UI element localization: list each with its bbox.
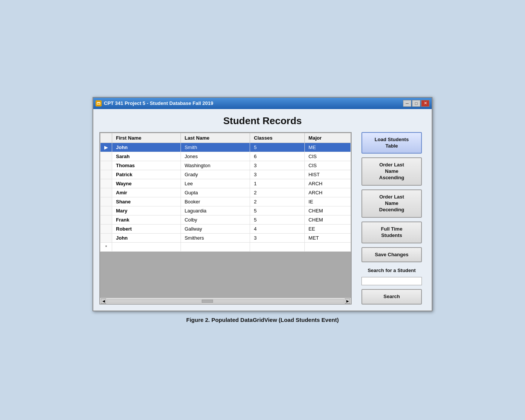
table-row[interactable]: SarahJones6CIS xyxy=(100,152,351,161)
table-row[interactable]: JohnSmithers3MET xyxy=(100,233,351,242)
row-indicator xyxy=(100,152,112,161)
row-indicator xyxy=(100,188,112,197)
cell-first-name: Sarah xyxy=(112,152,181,161)
search-input[interactable] xyxy=(361,277,422,285)
new-row-cell xyxy=(304,242,351,251)
cell-first-name: John xyxy=(112,143,181,152)
table-row[interactable]: AmirGupta2ARCH xyxy=(100,188,351,197)
cell-major: MET xyxy=(304,233,351,242)
cell-major: ARCH xyxy=(304,179,351,188)
application-window: 🗃 CPT 341 Project 5 - Student Database F… xyxy=(93,97,432,312)
new-row-cell xyxy=(250,242,305,251)
figure-caption: Figure 2. Populated DataGridView (Load S… xyxy=(186,317,339,323)
cell-classes: 2 xyxy=(250,188,305,197)
cell-last-name: Lee xyxy=(181,179,250,188)
new-row-indicator: * xyxy=(100,242,112,251)
table-row[interactable]: MaryLaguardia5CHEM xyxy=(100,206,351,215)
sidebar: Load StudentsTable Order LastNameAscendi… xyxy=(358,132,426,305)
cell-first-name: Frank xyxy=(112,215,181,224)
app-icon: 🗃 xyxy=(96,100,102,106)
scroll-right-arrow[interactable]: ▶ xyxy=(345,298,350,304)
table-row[interactable]: PatrickGrady3HIST xyxy=(100,170,351,179)
minimize-button[interactable]: ─ xyxy=(403,100,411,107)
cell-first-name: Robert xyxy=(112,224,181,233)
new-row-cell xyxy=(181,242,250,251)
student-table: First Name Last Name Classes Major ▶John… xyxy=(100,133,351,252)
indicator-header xyxy=(100,133,112,143)
table-row[interactable]: WayneLee1ARCH xyxy=(100,179,351,188)
search-label: Search for a Student xyxy=(368,268,415,273)
row-indicator xyxy=(100,170,112,179)
maximize-button[interactable]: □ xyxy=(412,100,420,107)
horizontal-scrollbar: ◀ ▶ xyxy=(100,298,351,304)
title-bar-left: 🗃 CPT 341 Project 5 - Student Database F… xyxy=(96,100,213,106)
cell-last-name: Laguardia xyxy=(181,206,250,215)
outer-wrapper: 🗃 CPT 341 Project 5 - Student Database F… xyxy=(93,97,432,323)
scroll-thumb[interactable] xyxy=(202,300,213,303)
cell-classes: 6 xyxy=(250,152,305,161)
order-asc-button[interactable]: Order LastNameAscending xyxy=(361,157,422,186)
save-changes-button[interactable]: Save Changes xyxy=(361,247,422,263)
scroll-left-arrow[interactable]: ◀ xyxy=(101,298,106,304)
cell-last-name: Gallway xyxy=(181,224,250,233)
row-indicator xyxy=(100,197,112,206)
close-button[interactable]: ✕ xyxy=(421,100,429,107)
cell-first-name: Amir xyxy=(112,188,181,197)
full-time-button[interactable]: Full TimeStudents xyxy=(361,222,422,243)
search-button[interactable]: Search xyxy=(361,289,422,305)
cell-classes: 3 xyxy=(250,170,305,179)
cell-last-name: Booker xyxy=(181,197,250,206)
cell-last-name: Smith xyxy=(181,143,250,152)
title-bar: 🗃 CPT 341 Project 5 - Student Database F… xyxy=(93,98,432,109)
cell-classes: 5 xyxy=(250,206,305,215)
table-row[interactable]: ▶JohnSmith5ME xyxy=(100,143,351,152)
cell-last-name: Grady xyxy=(181,170,250,179)
cell-last-name: Jones xyxy=(181,152,250,161)
load-students-button[interactable]: Load StudentsTable xyxy=(361,132,422,154)
title-bar-controls: ─ □ ✕ xyxy=(403,100,429,107)
cell-major: CHEM xyxy=(304,206,351,215)
row-indicator xyxy=(100,233,112,242)
cell-major: CIS xyxy=(304,152,351,161)
table-row[interactable]: ThomasWashington3CIS xyxy=(100,161,351,170)
row-indicator xyxy=(100,206,112,215)
cell-major: EE xyxy=(304,224,351,233)
cell-first-name: Thomas xyxy=(112,161,181,170)
table-row[interactable]: FrankColby5CHEM xyxy=(100,215,351,224)
page-title: Student Records xyxy=(99,115,426,127)
cell-major: CHEM xyxy=(304,215,351,224)
col-last-name: Last Name xyxy=(181,133,250,143)
cell-classes: 4 xyxy=(250,224,305,233)
cell-classes: 5 xyxy=(250,215,305,224)
table-row[interactable]: RobertGallway4EE xyxy=(100,224,351,233)
row-indicator xyxy=(100,224,112,233)
cell-first-name: Wayne xyxy=(112,179,181,188)
new-row[interactable]: * xyxy=(100,242,351,251)
row-indicator xyxy=(100,161,112,170)
table-section: First Name Last Name Classes Major ▶John… xyxy=(99,132,352,305)
col-classes: Classes xyxy=(250,133,305,143)
cell-first-name: John xyxy=(112,233,181,242)
row-indicator xyxy=(100,179,112,188)
scroll-track[interactable] xyxy=(107,299,344,303)
window-title: CPT 341 Project 5 - Student Database Fal… xyxy=(104,100,213,106)
main-area: First Name Last Name Classes Major ▶John… xyxy=(99,132,426,305)
cell-first-name: Shane xyxy=(112,197,181,206)
cell-classes: 3 xyxy=(250,233,305,242)
cell-classes: 5 xyxy=(250,143,305,152)
cell-major: ME xyxy=(304,143,351,152)
cell-first-name: Patrick xyxy=(112,170,181,179)
table-header-row: First Name Last Name Classes Major xyxy=(100,133,351,143)
table-row[interactable]: ShaneBooker2IE xyxy=(100,197,351,206)
window-content: Student Records First Name Last Name Cla… xyxy=(93,109,432,311)
cell-last-name: Smithers xyxy=(181,233,250,242)
cell-last-name: Gupta xyxy=(181,188,250,197)
order-desc-button[interactable]: Order LastNameDecending xyxy=(361,189,422,218)
cell-major: ARCH xyxy=(304,188,351,197)
cell-last-name: Colby xyxy=(181,215,250,224)
col-first-name: First Name xyxy=(112,133,181,143)
gray-area xyxy=(100,252,351,298)
new-row-cell xyxy=(112,242,181,251)
cell-major: CIS xyxy=(304,161,351,170)
row-indicator: ▶ xyxy=(100,143,112,152)
